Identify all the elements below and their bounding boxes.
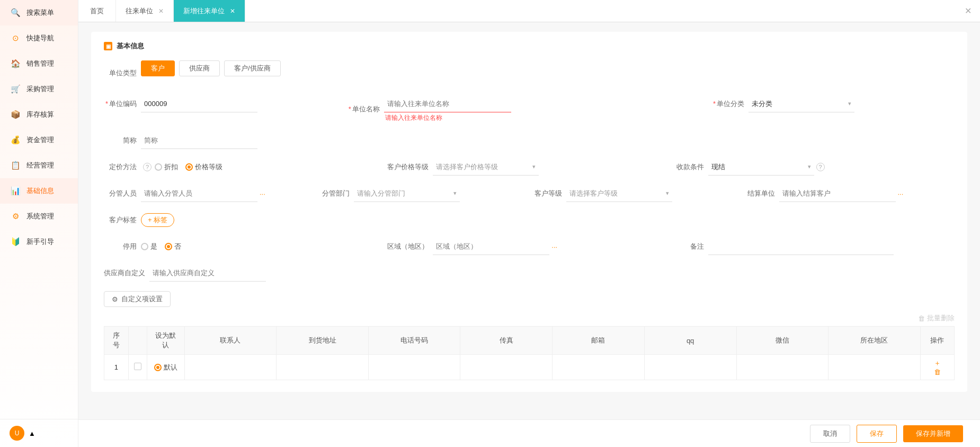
unit-type-btn-both[interactable]: 客户/供应商	[224, 60, 281, 76]
sidebar-item-purchase[interactable]: 🛒 采购管理	[0, 76, 78, 102]
gear-icon: ⚙	[112, 295, 118, 303]
settlement-more-btn[interactable]: ···	[896, 190, 906, 198]
pricing-discount-radio[interactable]: 折扣	[155, 162, 178, 172]
unit-name-error: 请输入往来单位名称	[385, 113, 511, 122]
system-icon: ⚙	[10, 211, 21, 222]
row-phone[interactable]	[368, 355, 460, 380]
sidebar-item-inventory[interactable]: 📦 库存核算	[0, 102, 78, 127]
unit-type-item: 单位类型 客户 供应商 客户/供应商	[104, 60, 955, 86]
tab-add-partner-close[interactable]: ✕	[230, 8, 235, 14]
row-checkbox[interactable]	[134, 363, 141, 370]
row-address[interactable]	[277, 355, 369, 380]
row-email-input[interactable]	[558, 363, 639, 371]
row-phone-input[interactable]	[374, 363, 455, 371]
unit-type-btn-supplier[interactable]: 供应商	[179, 60, 220, 76]
pricing-level-radio[interactable]: 价格等级	[185, 162, 222, 172]
sidebar-item-search[interactable]: 🔍 搜索菜单	[0, 0, 78, 25]
row-contact[interactable]	[184, 355, 277, 380]
supplier-custom-label: 供应商自定义	[104, 265, 149, 282]
manager-label: 分管人员	[104, 185, 141, 202]
row-fax[interactable]	[460, 355, 553, 380]
row-qq[interactable]	[644, 355, 736, 380]
region-more-btn[interactable]: ···	[549, 243, 559, 251]
pricing-help-icon[interactable]: ?	[143, 163, 152, 171]
footer-bar: 取消 保存 保存并新增	[78, 419, 980, 447]
row-location-input[interactable]	[834, 363, 915, 371]
save-button[interactable]: 保存	[857, 425, 897, 443]
remark-input[interactable]	[708, 238, 894, 255]
row-default-radio[interactable]: 默认	[153, 363, 179, 372]
row-default: 默认	[147, 355, 184, 380]
unit-code-item: 单位编码	[104, 95, 347, 112]
th-index: 序号	[104, 327, 129, 355]
unit-category-select[interactable]: 未分类 ▾	[749, 95, 854, 112]
save-new-button[interactable]: 保存并新增	[903, 425, 963, 442]
settlement-label: 结算单位	[742, 185, 779, 202]
disabled-item: 停用 是 否	[104, 238, 387, 255]
row-qq-input[interactable]	[650, 363, 731, 371]
avatar: U	[10, 426, 24, 441]
row-location[interactable]	[828, 355, 921, 380]
add-tag-button[interactable]: + 标签	[141, 213, 174, 227]
tab-partners[interactable]: 往来单位 ✕	[116, 0, 174, 22]
th-email: 邮箱	[553, 327, 645, 355]
pricing-level-dot	[188, 165, 191, 169]
unit-type-label: 单位类型	[104, 65, 141, 82]
tab-add-partner[interactable]: 新增往来单位 ✕	[174, 0, 245, 22]
manager-item: 分管人员 ···	[104, 185, 317, 202]
code-name-category-row: 单位编码 单位名称 请输入往来单位名称 单位分类 未分类 ▾	[104, 95, 955, 122]
disabled-yes-circle	[141, 243, 148, 250]
sidebar-item-guide[interactable]: 🔰 新手引导	[0, 229, 78, 255]
basic-info-icon: 📊	[10, 185, 21, 197]
table-header-row: 序号 设为默认 联系人 到货地址 电话号码 传真 邮箱 qq 微信 所在地区 操…	[104, 327, 955, 355]
department-select[interactable]: 请输入分管部门 ▾	[354, 185, 460, 202]
row-add-button[interactable]: ＋	[934, 359, 941, 367]
short-name-label: 简称	[104, 132, 141, 149]
unit-name-input[interactable]	[384, 95, 511, 112]
unit-category-label: 单位分类	[711, 95, 749, 112]
payment-terms-select[interactable]: 现结 ▾	[708, 159, 814, 176]
th-wechat: 微信	[736, 327, 828, 355]
sidebar-item-sales[interactable]: 🏠 销售管理	[0, 51, 78, 76]
sidebar-item-basic-info[interactable]: 📊 基础信息	[0, 178, 78, 204]
sidebar-item-finance[interactable]: 💰 资金管理	[0, 127, 78, 153]
sidebar: 🔍 搜索菜单 ⊙ 快捷导航 🏠 销售管理 🛒 采购管理 📦 库存核算 💰 资金管…	[0, 0, 78, 447]
tab-home[interactable]: 首页	[78, 0, 116, 22]
tab-partners-close[interactable]: ✕	[158, 8, 164, 14]
cancel-button[interactable]: 取消	[810, 425, 850, 443]
remark-label: 备注	[671, 238, 708, 255]
row-delete-button[interactable]: 🗑	[934, 368, 941, 376]
customer-price-level-select[interactable]: 请选择客户价格等级 ▾	[433, 159, 539, 176]
disabled-no-radio[interactable]: 否	[165, 242, 181, 251]
unit-category-value: 未分类	[752, 99, 846, 109]
region-input[interactable]	[433, 238, 549, 255]
short-name-input[interactable]	[141, 132, 257, 149]
row-actions: ＋ 🗑	[920, 355, 954, 380]
sidebar-item-operations[interactable]: 📋 经营管理	[0, 153, 78, 178]
tabbar: 首页 往来单位 ✕ 新增往来单位 ✕ ✕	[78, 0, 980, 22]
disabled-yes-radio[interactable]: 是	[141, 242, 157, 251]
supplier-custom-input[interactable]	[149, 265, 266, 282]
unit-code-input[interactable]	[141, 95, 257, 112]
manager-input[interactable]	[141, 185, 257, 202]
row-wechat[interactable]	[736, 355, 828, 380]
pricing-radio-group: 折扣 价格等级	[155, 162, 222, 172]
payment-terms-help-icon[interactable]: ?	[816, 163, 825, 171]
sidebar-item-system[interactable]: ⚙ 系统管理	[0, 204, 78, 229]
tabbar-close-all[interactable]: ✕	[956, 6, 980, 16]
batch-delete-button[interactable]: 🗑 批量删除	[918, 313, 955, 323]
row-wechat-input[interactable]	[742, 363, 823, 371]
row-contact-input[interactable]	[190, 363, 271, 371]
unit-category-item: 单位分类 未分类 ▾	[711, 95, 955, 112]
row-address-input[interactable]	[282, 363, 363, 371]
payment-terms-value: 现结	[711, 162, 806, 172]
row-fax-input[interactable]	[466, 363, 547, 371]
sidebar-item-quick-nav[interactable]: ⊙ 快捷导航	[0, 25, 78, 51]
unit-type-btn-customer[interactable]: 客户	[141, 60, 175, 76]
disabled-label: 停用	[104, 238, 141, 255]
custom-settings-button[interactable]: ⚙ 自定义项设置	[104, 291, 171, 307]
customer-level-select[interactable]: 请选择客户等级 ▾	[566, 185, 672, 202]
row-email[interactable]	[553, 355, 645, 380]
manager-more-btn[interactable]: ···	[257, 190, 268, 198]
settlement-input[interactable]	[779, 185, 896, 202]
